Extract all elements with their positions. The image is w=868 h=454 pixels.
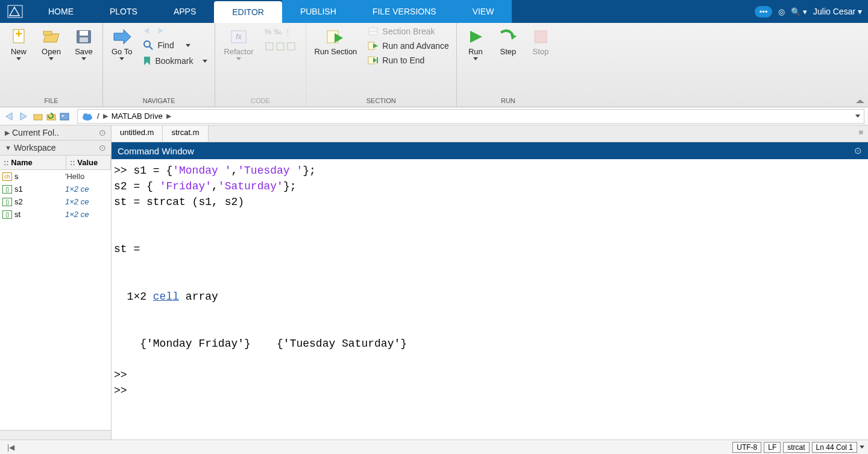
nav-back-forward[interactable]: [142, 25, 209, 36]
svg-point-41: [83, 113, 88, 118]
stop-button[interactable]: Stop: [528, 25, 553, 58]
minimize-toolstrip-icon[interactable]: [852, 23, 868, 107]
run-and-advance-button[interactable]: Run and Advance: [366, 40, 450, 52]
svg-marker-33: [856, 99, 864, 103]
tab-plots[interactable]: PLOTS: [92, 0, 156, 23]
left-hscroll[interactable]: [0, 430, 111, 440]
tab-view[interactable]: VIEW: [454, 0, 512, 23]
table-row[interactable]: {}s1 1×2 ce: [0, 183, 111, 195]
cell-icon: {}: [2, 185, 12, 194]
cell-icon: {}: [2, 210, 12, 219]
file-tabs: untitled.m strcat.m ≡: [112, 125, 868, 142]
col-name[interactable]: :: Name: [0, 156, 66, 169]
search-icon[interactable]: 🔍 ▾: [791, 7, 807, 16]
svg-marker-14: [144, 57, 150, 65]
tab-file-versions[interactable]: FILE VERSIONS: [354, 0, 454, 23]
cmd-options-icon[interactable]: ⊙: [854, 145, 862, 156]
run-button[interactable]: Run: [463, 25, 488, 63]
svg-marker-22: [335, 33, 343, 43]
group-run: Run Step Stop RUN: [457, 23, 559, 107]
goto-start-icon[interactable]: |◀: [7, 443, 14, 452]
group-label-file: FILE: [6, 97, 96, 106]
current-folder-header[interactable]: ▶ Current Fol.. ⊙: [0, 125, 111, 140]
new-button[interactable]: + New: [6, 25, 31, 63]
chevron-right-icon: ▶: [103, 112, 108, 120]
section-break-button[interactable]: Section Break: [366, 25, 450, 37]
step-button[interactable]: Step: [495, 25, 521, 58]
goto-button[interactable]: Go To: [109, 25, 134, 63]
run-section-button[interactable]: Run Section: [312, 25, 360, 58]
svg-rect-5: [43, 31, 52, 35]
cloud-icon: [81, 112, 93, 121]
code-misc2[interactable]: [263, 40, 300, 53]
table-row[interactable]: {}st 1×2 ce: [0, 208, 111, 221]
breadcrumb[interactable]: / ▶ MATLAB Drive ▶: [77, 109, 864, 124]
svg-marker-35: [20, 113, 27, 120]
status-eol[interactable]: LF: [764, 442, 781, 453]
cell-link[interactable]: cell: [153, 291, 179, 303]
svg-marker-28: [373, 58, 377, 63]
command-window-title: Command Window ⊙: [112, 142, 868, 159]
run-to-end-button[interactable]: Run to End: [366, 54, 450, 66]
path-drive[interactable]: MATLAB Drive: [112, 112, 163, 121]
svg-rect-7: [80, 31, 88, 36]
tab-home[interactable]: HOME: [30, 0, 92, 23]
svg-rect-36: [34, 115, 42, 120]
status-function[interactable]: strcat: [783, 442, 809, 453]
svg-marker-0: [10, 7, 19, 16]
status-menu-icon[interactable]: [860, 446, 864, 449]
svg-point-42: [87, 114, 91, 118]
target-icon[interactable]: ◎: [778, 7, 785, 16]
bookmark-button[interactable]: Bookmark: [142, 54, 209, 68]
svg-text:fx: fx: [236, 33, 242, 41]
table-row[interactable]: chs 'Hello: [0, 170, 111, 183]
chevron-right-icon: ▶: [166, 112, 171, 120]
app-logo: [0, 0, 30, 23]
folder-up-icon[interactable]: [33, 112, 43, 121]
folder-refresh-icon[interactable]: [46, 112, 57, 121]
save-button[interactable]: Save: [71, 25, 96, 63]
svg-rect-32: [535, 31, 547, 43]
editor-panel: untitled.m strcat.m ≡ Command Window ⊙ >…: [112, 125, 868, 440]
group-label-navigate: NAVIGATE: [109, 97, 209, 106]
user-menu[interactable]: Julio Cesar ▾: [813, 7, 862, 16]
workspace-table: :: Name :: Value chs 'Hello {}s1 1×2 ce …: [0, 156, 111, 430]
tab-untitled[interactable]: untitled.m: [112, 125, 163, 142]
find-button[interactable]: Find: [142, 39, 209, 52]
open-button[interactable]: Open: [39, 25, 64, 63]
tabs-menu-icon[interactable]: ≡: [854, 125, 868, 142]
tab-editor[interactable]: EDITOR: [214, 1, 282, 23]
image-icon[interactable]: [59, 112, 70, 121]
tab-publish[interactable]: PUBLISH: [282, 0, 354, 23]
more-icon[interactable]: •••: [755, 6, 773, 17]
svg-text:+: +: [15, 28, 22, 40]
refactor-button[interactable]: fx Refactor: [221, 25, 256, 63]
svg-line-13: [149, 46, 153, 49]
svg-marker-26: [373, 43, 378, 48]
table-row[interactable]: {}s2 1×2 ce: [0, 195, 111, 208]
tab-strcat[interactable]: strcat.m: [163, 125, 208, 142]
tab-apps[interactable]: APPS: [156, 0, 214, 23]
group-file: + New Open Save FILE: [0, 23, 103, 107]
workspace-header[interactable]: ▼ Workspace ⊙: [0, 140, 111, 156]
command-window[interactable]: >> s1 = {'Monday ','Tuesday '}; s2 = { '…: [112, 159, 868, 440]
code-misc1[interactable]: % ‰ ⋮: [263, 25, 300, 39]
left-panel: ▶ Current Fol.. ⊙ ▼ Workspace ⊙ :: Name …: [0, 125, 112, 440]
col-value[interactable]: :: Value: [66, 156, 111, 169]
char-icon: ch: [2, 172, 12, 181]
group-code: fx Refactor % ‰ ⋮ CODE: [215, 23, 306, 107]
nav-back-icon[interactable]: [4, 112, 16, 121]
status-encoding[interactable]: UTF-8: [732, 442, 761, 453]
group-label-run: RUN: [463, 97, 553, 106]
svg-marker-9: [114, 30, 131, 44]
status-position[interactable]: Ln 44 Col 1: [812, 442, 857, 453]
group-label-code: CODE: [221, 97, 299, 106]
main-split: ▶ Current Fol.. ⊙ ▼ Workspace ⊙ :: Name …: [0, 125, 868, 440]
group-navigate: Go To Find Bookmark NAVIGATE: [103, 23, 215, 107]
status-bar: |◀ UTF-8 LF strcat Ln 44 Col 1: [0, 440, 868, 454]
group-label-section: SECTION: [312, 97, 450, 106]
nav-fwd-icon[interactable]: [18, 112, 30, 121]
path-dropdown-icon[interactable]: [855, 115, 860, 118]
svg-marker-31: [511, 34, 517, 40]
path-root: /: [97, 112, 99, 121]
